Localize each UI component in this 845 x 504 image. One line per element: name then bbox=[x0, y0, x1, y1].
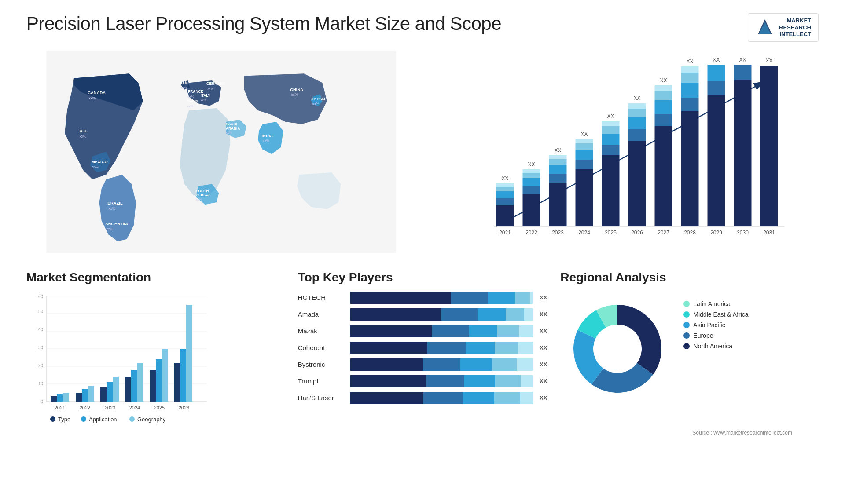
page: Precision Laser Processing System Market… bbox=[0, 0, 845, 504]
svg-rect-128 bbox=[100, 387, 107, 402]
svg-text:JAPAN: JAPAN bbox=[311, 96, 325, 101]
player-bar-segment bbox=[530, 292, 533, 304]
svg-rect-86 bbox=[708, 81, 725, 95]
logo-icon bbox=[755, 18, 775, 37]
player-name: HGTECH bbox=[298, 294, 346, 301]
svg-rect-124 bbox=[63, 393, 69, 402]
player-row: AmadaXX bbox=[298, 308, 547, 321]
regional-legend-label: Latin America bbox=[693, 300, 731, 307]
svg-text:INDIA: INDIA bbox=[261, 133, 273, 138]
regional-legend-dot bbox=[683, 301, 690, 307]
player-xx-label: XX bbox=[540, 378, 547, 384]
svg-text:xx%: xx% bbox=[196, 197, 202, 201]
player-xx-label: XX bbox=[540, 294, 547, 301]
svg-text:Type: Type bbox=[58, 416, 70, 423]
svg-point-146 bbox=[50, 416, 55, 422]
svg-rect-135 bbox=[156, 359, 162, 402]
regional-legend-item: Europe bbox=[683, 332, 748, 339]
svg-point-148 bbox=[81, 416, 86, 422]
player-xx-label: XX bbox=[540, 344, 547, 351]
svg-rect-83 bbox=[681, 66, 699, 73]
segmentation-chart: 0 10 20 30 40 50 60 bbox=[26, 292, 211, 424]
svg-text:AFRICA: AFRICA bbox=[196, 193, 210, 197]
players-list: HGTECHXXAmadaXXMazakXXCoherentXXBystroni… bbox=[298, 292, 547, 404]
svg-text:xx%: xx% bbox=[108, 206, 115, 211]
svg-rect-61 bbox=[602, 155, 620, 226]
segmentation-title: Market Segmentation bbox=[26, 270, 285, 285]
player-bar-inner bbox=[350, 342, 533, 354]
player-bar-segment bbox=[460, 358, 492, 371]
player-bar-segment bbox=[494, 392, 521, 404]
player-bar-segment bbox=[427, 342, 466, 354]
svg-text:Geography: Geography bbox=[137, 416, 166, 423]
svg-rect-133 bbox=[137, 363, 143, 402]
svg-rect-85 bbox=[708, 95, 725, 226]
svg-rect-40 bbox=[496, 187, 514, 191]
svg-text:GERMANY: GERMANY bbox=[206, 81, 225, 86]
svg-text:ARGENTINA: ARGENTINA bbox=[105, 221, 130, 226]
player-row: CoherentXX bbox=[298, 342, 547, 354]
svg-rect-53 bbox=[549, 155, 567, 159]
svg-rect-56 bbox=[576, 160, 593, 169]
svg-rect-50 bbox=[549, 174, 567, 183]
players-title: Top Key Players bbox=[298, 270, 547, 285]
regional-legend: Latin AmericaMiddle East & AfricaAsia Pa… bbox=[683, 300, 748, 353]
svg-text:xx%: xx% bbox=[181, 86, 187, 90]
player-bar-segment bbox=[463, 392, 494, 404]
regional-legend-label: Middle East & Africa bbox=[693, 311, 748, 318]
svg-rect-38 bbox=[496, 198, 514, 205]
player-xx-label: XX bbox=[540, 361, 547, 368]
svg-rect-55 bbox=[576, 169, 593, 226]
svg-text:CHINA: CHINA bbox=[290, 87, 303, 92]
player-bar-wrap bbox=[350, 375, 533, 387]
player-bar-inner bbox=[350, 308, 533, 321]
source: Source : www.marketresearchintellect.com bbox=[26, 430, 819, 436]
svg-rect-90 bbox=[734, 80, 752, 226]
svg-rect-73 bbox=[655, 126, 672, 226]
svg-text:CANADA: CANADA bbox=[88, 90, 106, 95]
player-bar-segment bbox=[492, 358, 517, 371]
players-section: Top Key Players HGTECHXXAmadaXXMazakXXCo… bbox=[294, 270, 552, 425]
regional-legend-item: Asia Pacific bbox=[683, 321, 748, 329]
svg-text:XX: XX bbox=[607, 113, 614, 119]
player-bar-segment bbox=[515, 292, 529, 304]
svg-rect-75 bbox=[655, 100, 672, 114]
player-bar-wrap bbox=[350, 292, 533, 304]
svg-rect-70 bbox=[628, 109, 646, 117]
svg-text:XX: XX bbox=[713, 57, 720, 63]
svg-rect-77 bbox=[655, 85, 672, 91]
svg-rect-59 bbox=[576, 139, 593, 143]
svg-text:Application: Application bbox=[89, 416, 117, 423]
player-row: MazakXX bbox=[298, 325, 547, 337]
world-map-svg: CANADA xx% U.S. xx% MEXICO xx% BRAZIL xx… bbox=[26, 51, 416, 253]
player-bar-segment bbox=[518, 342, 533, 354]
svg-rect-76 bbox=[655, 91, 672, 100]
svg-text:XX: XX bbox=[528, 161, 535, 168]
player-bar-inner bbox=[350, 358, 533, 371]
logo: MARKETRESEARCHINTELLECT bbox=[748, 13, 819, 42]
svg-text:2025: 2025 bbox=[605, 230, 617, 236]
svg-text:xx%: xx% bbox=[291, 92, 298, 97]
svg-text:50: 50 bbox=[38, 309, 44, 314]
svg-text:ARABIA: ARABIA bbox=[226, 126, 240, 131]
donut-chart bbox=[560, 292, 675, 406]
segmentation-section: Market Segmentation 0 10 20 30 40 50 60 bbox=[26, 270, 285, 425]
svg-text:2029: 2029 bbox=[710, 230, 722, 236]
svg-rect-57 bbox=[576, 150, 593, 160]
svg-rect-93 bbox=[760, 66, 778, 226]
player-name: Trumpf bbox=[298, 377, 346, 385]
svg-point-150 bbox=[129, 416, 135, 422]
svg-text:XX: XX bbox=[633, 95, 640, 101]
svg-rect-122 bbox=[51, 396, 57, 402]
svg-text:2024: 2024 bbox=[578, 230, 590, 236]
svg-rect-82 bbox=[681, 73, 699, 83]
player-row: BystronicXX bbox=[298, 358, 547, 371]
svg-text:2022: 2022 bbox=[525, 230, 537, 236]
svg-rect-46 bbox=[523, 173, 540, 178]
svg-rect-125 bbox=[76, 393, 82, 402]
player-name: Coherent bbox=[298, 344, 346, 351]
svg-rect-131 bbox=[125, 377, 131, 402]
regional-legend-label: Asia Pacific bbox=[693, 321, 725, 329]
player-bar-segment bbox=[432, 325, 469, 337]
svg-rect-43 bbox=[523, 194, 540, 226]
